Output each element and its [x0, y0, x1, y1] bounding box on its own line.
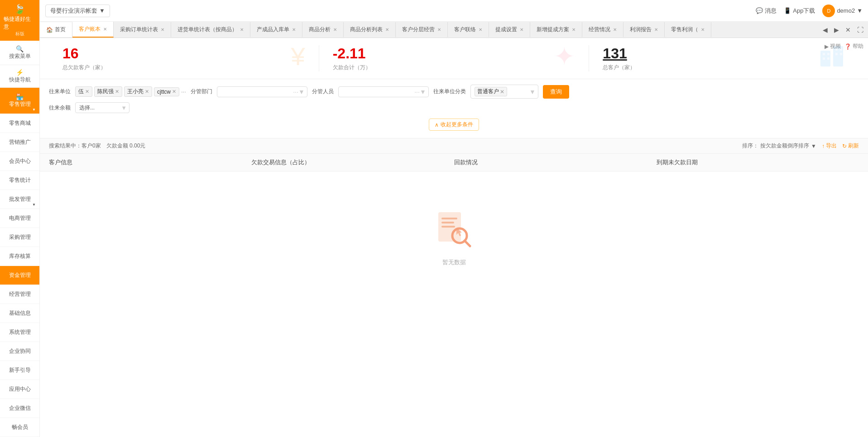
tab-close-customer-contact[interactable]: ✕	[479, 27, 482, 32]
sidebar-item-ecommerce[interactable]: 电商管理	[0, 209, 39, 228]
remove-tag-chen[interactable]: ✕	[115, 89, 119, 95]
sidebar-item-purchase[interactable]: 采购管理	[0, 228, 39, 247]
sidebar-item-inventory-label: 库存核算	[4, 252, 36, 260]
tab-close-retail-profit[interactable]: ✕	[701, 27, 705, 32]
remove-tag-wu[interactable]: ✕	[85, 89, 89, 95]
sidebar-search[interactable]: 🔍 搜索菜单	[0, 41, 39, 65]
sidebar-item-marketing-label: 营销推广	[4, 138, 36, 146]
tab-customer-segments[interactable]: 客户分层经营 ✕	[396, 22, 448, 37]
tab-purchase-stats[interactable]: 采购订单统计表 ✕	[114, 22, 171, 37]
sidebar-quick-nav[interactable]: ⚡ 快捷导航	[0, 65, 39, 88]
sort-selector[interactable]: 排序： 按欠款金额倒序排序 ▼	[742, 142, 816, 150]
sidebar-item-apps[interactable]: 应用中心	[0, 380, 39, 399]
tab-close-operations-status[interactable]: ✕	[613, 27, 617, 32]
tab-inventory-stats[interactable]: 进货单统计表（按商品） ✕	[171, 22, 250, 37]
refresh-btn[interactable]: ↻ 刷新	[842, 142, 859, 150]
sort-value: 按欠款金额倒序排序	[760, 142, 809, 150]
app-name: 畅捷通好生意	[4, 15, 36, 31]
sidebar-item-guide[interactable]: 新手引导	[0, 361, 39, 380]
sidebar-item-basic-label: 基础信息	[4, 309, 36, 317]
sidebar-item-members-label: 会员中心	[4, 157, 36, 165]
tab-close-customer-segments[interactable]: ✕	[437, 27, 441, 32]
tab-home[interactable]: 🏠 首页	[40, 22, 72, 37]
sidebar-item-retail-stats[interactable]: 零售统计	[0, 171, 39, 190]
tab-close-product-analysis[interactable]: ✕	[333, 27, 337, 32]
search-result-right: 排序： 按欠款金额倒序排序 ▼ ↑ 导出 ↻ 刷新	[742, 142, 859, 150]
sidebar-item-basic-info[interactable]: 基础信息	[0, 304, 39, 323]
tab-profit-report[interactable]: 利润报告 ✕	[623, 22, 665, 37]
sidebar-item-retail-mall[interactable]: 零售商城	[0, 114, 39, 133]
app-download-label: App下载	[793, 7, 815, 15]
home-icon: 🏠	[46, 27, 53, 33]
tab-cost-inbound[interactable]: 产成品入库单 ✕	[250, 22, 302, 37]
tab-close-inventory-stats[interactable]: ✕	[240, 27, 244, 32]
sidebar-item-finance[interactable]: 资金管理	[0, 266, 39, 285]
avatar: D	[822, 5, 835, 17]
remove-tag-cjttcw[interactable]: ✕	[172, 89, 176, 95]
sidebar-item-enterprise[interactable]: 企业协同	[0, 342, 39, 361]
filter-row-2: 往来余额 选择... ▼	[49, 102, 859, 113]
svg-rect-7	[840, 48, 842, 51]
tab-customer-contact-label: 客户联络	[454, 26, 476, 33]
tab-operations-status[interactable]: 经营情况 ✕	[582, 22, 623, 37]
sidebar-search-label: 搜索菜单	[4, 52, 36, 60]
tab-new-promotion[interactable]: 新增提成方案 ✕	[530, 22, 582, 37]
user-menu[interactable]: D demo2 ▼	[822, 5, 863, 17]
message-btn[interactable]: 💬 消息	[756, 7, 777, 15]
collapse-section: ∧ 收起更多条件	[49, 117, 859, 133]
sidebar-item-wholesale[interactable]: 批发管理	[0, 190, 39, 209]
table-col-debt-info: 欠款交易信息（占比）	[251, 158, 454, 166]
tab-promotion-settings[interactable]: 提成设置 ✕	[489, 22, 530, 37]
tab-close-purchase-stats[interactable]: ✕	[161, 27, 164, 32]
person-dropdown-icon: ▼	[420, 88, 426, 95]
collapse-btn[interactable]: ∧ 收起更多条件	[429, 119, 479, 131]
sidebar-item-operations[interactable]: 经营管理	[0, 285, 39, 304]
balance-filter-select[interactable]: 选择...	[75, 102, 129, 113]
tab-retail-profit[interactable]: 零售利润（ ✕	[665, 22, 711, 37]
account-selector[interactable]: 母婴行业演示帐套 ▼	[45, 5, 110, 17]
stat-total-customers2: 131 总客户（家）	[589, 45, 859, 71]
query-button[interactable]: 查询	[543, 85, 569, 99]
remove-category-tag[interactable]: ✕	[500, 89, 504, 95]
sidebar-item-retail-mgmt[interactable]: 🏪 零售管理	[0, 88, 39, 114]
tab-nav-prev[interactable]: ◀	[820, 24, 830, 35]
sidebar-item-marketing[interactable]: 营销推广	[0, 133, 39, 152]
tab-retail-profit-label: 零售利润（	[671, 26, 698, 33]
svg-rect-11	[441, 218, 457, 219]
category-tag: 普通客户 ✕	[475, 87, 507, 96]
tab-nav-close-all[interactable]: ✕	[843, 24, 854, 35]
person-dots-icon[interactable]: ···	[414, 88, 420, 95]
svg-rect-8	[835, 53, 838, 55]
tab-nav-next[interactable]: ▶	[831, 24, 842, 35]
tab-inventory-stats-label: 进货单统计表（按商品）	[177, 26, 237, 33]
dept-dots-icon[interactable]: ···	[293, 88, 298, 95]
sidebar-item-inventory[interactable]: 库存核算	[0, 247, 39, 266]
tab-customer-account[interactable]: 客户账本 ✕	[72, 22, 114, 38]
refresh-icon: ↻	[842, 143, 847, 149]
dept-dropdown-icon: ▼	[298, 88, 305, 95]
remove-tag-wang[interactable]: ✕	[145, 89, 149, 95]
export-btn[interactable]: ↑ 导出	[822, 142, 837, 150]
sidebar-item-vip-label: 畅会员	[4, 423, 36, 431]
sidebar-item-system[interactable]: 系统管理	[0, 323, 39, 342]
sidebar-item-wechat[interactable]: 企业微信	[0, 399, 39, 418]
filter-tag-wu: 伍 ✕	[75, 86, 92, 97]
tab-product-analysis-list[interactable]: 商品分析列表 ✕	[344, 22, 396, 37]
tab-close-profit-report[interactable]: ✕	[654, 27, 658, 32]
tab-product-analysis[interactable]: 商品分析 ✕	[302, 22, 344, 37]
filter-more-tags[interactable]: ···	[181, 88, 186, 95]
tab-close-new-promotion[interactable]: ✕	[572, 27, 575, 32]
tab-close-cost-inbound[interactable]: ✕	[292, 27, 296, 32]
stat-debt: ✦ -2.11 欠款合计（万）	[319, 45, 590, 71]
tab-nav-fullscreen[interactable]: ⛶	[854, 24, 866, 35]
app-download-btn[interactable]: 📱 App下载	[784, 7, 815, 15]
sort-chevron-icon: ▼	[811, 143, 816, 149]
header-right: 💬 消息 📱 App下载 D demo2 ▼	[756, 5, 863, 17]
sidebar-item-vip[interactable]: 畅会员	[0, 418, 39, 437]
sidebar-item-members[interactable]: 会员中心	[0, 152, 39, 171]
tab-customer-contact[interactable]: 客户联络 ✕	[448, 22, 489, 37]
app-version: 标版	[15, 31, 24, 37]
tab-close-product-analysis-list[interactable]: ✕	[385, 27, 389, 32]
tab-close-customer-account[interactable]: ✕	[103, 27, 107, 32]
tab-close-promotion-settings[interactable]: ✕	[520, 27, 523, 32]
